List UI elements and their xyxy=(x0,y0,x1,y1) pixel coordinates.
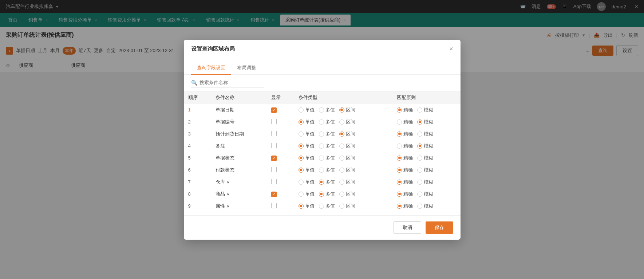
save-button[interactable]: 保存 xyxy=(426,221,453,234)
radio-circle-icon xyxy=(339,144,344,149)
row-display-cell[interactable] xyxy=(267,116,294,128)
radio-match-match_exact[interactable]: 精确 xyxy=(397,107,413,113)
display-checkbox[interactable] xyxy=(271,156,277,161)
radio-match-match_exact[interactable]: 精确 xyxy=(397,131,413,137)
radio-match-match_exact[interactable]: 精确 xyxy=(397,167,413,173)
radio-match-match_fuzzy[interactable]: 模糊 xyxy=(417,203,433,209)
radio-label: 区间 xyxy=(346,179,355,185)
radio-match-match_exact[interactable]: 精确 xyxy=(397,155,413,161)
radio-type-type_range[interactable]: 区间 xyxy=(339,203,355,209)
display-checkbox[interactable] xyxy=(271,107,277,113)
radio-type-type_single[interactable]: 单值 xyxy=(299,107,315,113)
row-display-cell[interactable] xyxy=(267,140,294,152)
radio-match-match_fuzzy[interactable]: 模糊 xyxy=(417,131,433,137)
radio-type-type_multi[interactable]: 多值 xyxy=(319,179,335,185)
tab-layout-adjust[interactable]: 布局调整 xyxy=(231,62,262,75)
radio-type-type_multi[interactable]: 多值 xyxy=(319,131,335,137)
row-display-cell[interactable] xyxy=(267,200,294,212)
display-checkbox[interactable] xyxy=(271,131,277,136)
radio-type-type_multi[interactable]: 多值 xyxy=(319,107,335,113)
display-checkbox[interactable] xyxy=(271,192,277,197)
table-row: 3预计到货日期单值多值区间精确模糊 xyxy=(184,128,461,140)
radio-circle-icon xyxy=(417,168,422,173)
radio-match-match_fuzzy[interactable]: 模糊 xyxy=(417,191,433,197)
radio-circle-icon xyxy=(397,131,402,137)
cancel-button[interactable]: 取消 xyxy=(394,221,421,234)
radio-type-type_multi[interactable]: 多值 xyxy=(319,143,335,149)
row-display-cell[interactable] xyxy=(267,152,294,164)
radio-type-type_single[interactable]: 单值 xyxy=(299,191,315,197)
row-display-cell[interactable] xyxy=(267,188,294,200)
dialog-close-button[interactable]: × xyxy=(449,46,453,52)
radio-type-type_multi[interactable]: 多值 xyxy=(319,203,335,209)
radio-type-type_range[interactable]: 区间 xyxy=(339,167,355,173)
radio-type-type_single[interactable]: 单值 xyxy=(299,167,315,173)
row-condition-name: 属性 ∨ xyxy=(211,200,267,212)
radio-circle-icon xyxy=(319,168,324,173)
radio-type-type_range[interactable]: 区间 xyxy=(339,107,355,113)
row-display-cell[interactable] xyxy=(267,212,294,215)
radio-type-type_range[interactable]: 区间 xyxy=(339,155,355,161)
radio-match-match_exact[interactable]: 精确 xyxy=(397,203,413,209)
radio-match-match_fuzzy[interactable]: 模糊 xyxy=(417,143,433,149)
display-checkbox[interactable] xyxy=(271,179,277,184)
radio-type-type_single[interactable]: 单值 xyxy=(299,155,315,161)
radio-type-type_range[interactable]: 区间 xyxy=(339,119,355,125)
radio-match-match_fuzzy[interactable]: 模糊 xyxy=(417,119,433,125)
display-checkbox[interactable] xyxy=(271,203,277,208)
radio-type-type_multi[interactable]: 多值 xyxy=(319,119,335,125)
radio-match-match_fuzzy[interactable]: 模糊 xyxy=(417,167,433,173)
radio-type-type_multi[interactable]: 多值 xyxy=(319,155,335,161)
radio-match-match_exact[interactable]: 精确 xyxy=(397,143,413,149)
radio-label: 区间 xyxy=(346,155,355,161)
conditions-table: 顺序 条件名称 显示 条件类型 匹配原则 1单据日期单值多值区间精确模糊2单据编… xyxy=(184,91,461,215)
radio-type-type_single[interactable]: 单值 xyxy=(299,119,315,125)
radio-type-type_range[interactable]: 区间 xyxy=(339,191,355,197)
radio-match-match_fuzzy[interactable]: 模糊 xyxy=(417,155,433,161)
search-input[interactable] xyxy=(199,80,258,85)
display-checkbox[interactable] xyxy=(271,143,277,148)
radio-label: 模糊 xyxy=(424,179,433,185)
radio-label: 区间 xyxy=(346,167,355,173)
display-checkbox[interactable] xyxy=(271,119,277,124)
radio-match-match_exact[interactable]: 精确 xyxy=(397,119,413,125)
radio-label: 模糊 xyxy=(424,119,433,125)
radio-circle-icon xyxy=(417,119,422,125)
tab-query-fields[interactable]: 查询字段设置 xyxy=(191,62,231,75)
radio-label: 区间 xyxy=(346,119,355,125)
radio-circle-icon xyxy=(339,131,344,137)
radio-circle-icon xyxy=(339,107,344,113)
radio-circle-icon xyxy=(299,156,304,161)
radio-match-match_fuzzy[interactable]: 模糊 xyxy=(417,107,433,113)
row-type-cell: 单值多值区间 xyxy=(294,116,392,128)
row-display-cell[interactable] xyxy=(267,128,294,140)
row-match-cell: 精确模糊 xyxy=(392,128,460,140)
radio-type-type_range[interactable]: 区间 xyxy=(339,131,355,137)
radio-type-type_single[interactable]: 单值 xyxy=(299,203,315,209)
radio-type-type_multi[interactable]: 多值 xyxy=(319,167,335,173)
radio-circle-icon xyxy=(319,119,324,125)
row-display-cell[interactable] xyxy=(267,164,294,176)
radio-label: 精确 xyxy=(403,143,413,149)
row-order: 6 xyxy=(184,164,211,176)
row-display-cell[interactable] xyxy=(267,176,294,188)
radio-circle-icon xyxy=(299,204,304,209)
radio-type-type_range[interactable]: 区间 xyxy=(339,143,355,149)
radio-match-match_exact[interactable]: 精确 xyxy=(397,191,413,197)
radio-type-type_multi[interactable]: 多值 xyxy=(319,191,335,197)
radio-match-match_fuzzy[interactable]: 模糊 xyxy=(417,179,433,185)
radio-type-type_single[interactable]: 单值 xyxy=(299,179,315,185)
display-checkbox[interactable] xyxy=(271,167,277,172)
settings-dialog: 设置查询区域布局 × 查询字段设置 布局调整 🔍 顺序 条件名称 xyxy=(184,40,461,240)
radio-type-type_single[interactable]: 单值 xyxy=(299,143,315,149)
table-row: 5单据状态单值多值区间精确模糊 xyxy=(184,152,461,164)
radio-circle-icon xyxy=(339,168,344,173)
radio-label: 单值 xyxy=(305,179,315,185)
radio-type-type_range[interactable]: 区间 xyxy=(339,179,355,185)
radio-match-match_exact[interactable]: 精确 xyxy=(397,179,413,185)
radio-type-type_single[interactable]: 单值 xyxy=(299,131,315,137)
table-row: 9属性 ∨单值多值区间精确模糊 xyxy=(184,200,461,212)
table-row: 2单据编号单值多值区间精确模糊 xyxy=(184,116,461,128)
row-display-cell[interactable] xyxy=(267,104,294,116)
row-order: 3 xyxy=(184,128,211,140)
